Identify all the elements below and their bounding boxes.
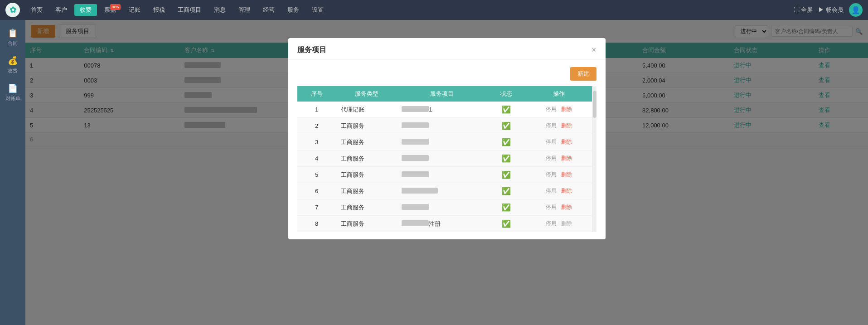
top-nav-right: ⛶ 全屏 ▶ 畅会员 👤 <box>794 3 863 17</box>
delete-button[interactable]: 删除 <box>561 204 572 210</box>
stop-button[interactable]: 停用 <box>546 188 557 194</box>
delete-button[interactable]: 删除 <box>561 139 572 145</box>
stop-button[interactable]: 停用 <box>546 171 557 178</box>
service-items-modal: 服务项目 × 新建 序号 服务类型 服务项目 <box>288 38 606 239</box>
main-layout: 📋 合同 💰 收费 📄 对账单 新增 服务项目 进行中 全部 已结束 <box>0 20 868 325</box>
main-content: 新增 服务项目 进行中 全部 已结束 🔍 序号 合同编码 <box>25 20 868 325</box>
modal-body: 新建 序号 服务类型 服务项目 状态 操作 <box>288 60 606 239</box>
member-icon[interactable]: ▶ 畅会员 <box>818 6 844 14</box>
modal-table-row: 1 代理记账 1 ✅ 停用 删除 <box>297 102 592 118</box>
top-navigation: ✿ 首页 客户 收费 票据 new 记账 报税 工商项目 消息 管理 经营 服务… <box>0 0 868 20</box>
stop-button[interactable]: 停用 <box>546 155 557 161</box>
scrollbar[interactable] <box>592 86 596 232</box>
fee-icon: 💰 <box>8 56 18 66</box>
nav-operation[interactable]: 经营 <box>257 4 280 16</box>
modal-table-row: 2 工商服务 ✅ 停用 删除 <box>297 118 592 134</box>
modal-col-seq: 序号 <box>297 86 336 102</box>
modal-header: 服务项目 × <box>288 38 606 60</box>
fullscreen-icon[interactable]: ⛶ 全屏 <box>794 6 813 14</box>
stop-button[interactable]: 停用 <box>546 106 557 112</box>
sidebar: 📋 合同 💰 收费 📄 对账单 <box>0 20 25 325</box>
modal-col-type: 服务类型 <box>336 86 398 102</box>
nav-business[interactable]: 工商项目 <box>172 4 207 16</box>
modal-cell-type: 代理记账 <box>336 102 398 118</box>
app-logo: ✿ <box>5 3 20 17</box>
nav-message[interactable]: 消息 <box>209 4 231 16</box>
modal-cell-item: 1 <box>397 102 487 118</box>
nav-client[interactable]: 客户 <box>50 4 73 16</box>
sidebar-label-fee: 收费 <box>8 68 18 74</box>
delete-button[interactable]: 删除 <box>561 220 572 227</box>
modal-title: 服务项目 <box>297 45 326 55</box>
new-badge: new <box>110 4 121 10</box>
statement-icon: 📄 <box>8 83 18 93</box>
nav-bookkeeping[interactable]: 记账 <box>123 4 146 16</box>
modal-col-item: 服务项目 <box>397 86 487 102</box>
delete-button[interactable]: 删除 <box>561 122 572 129</box>
sidebar-item-contract[interactable]: 📋 合同 <box>0 24 25 50</box>
contract-icon: 📋 <box>8 28 18 38</box>
modal-col-status: 状态 <box>487 86 526 102</box>
nav-home[interactable]: 首页 <box>25 4 48 16</box>
modal-cell-status: ✅ <box>487 102 526 118</box>
stop-button[interactable]: 停用 <box>546 122 557 129</box>
modal-new-button[interactable]: 新建 <box>570 67 596 81</box>
delete-button[interactable]: 删除 <box>561 188 572 194</box>
modal-cell-seq: 1 <box>297 102 336 118</box>
delete-button[interactable]: 删除 <box>561 155 572 161</box>
modal-cell-action: 停用 删除 <box>526 102 592 118</box>
modal-col-action: 操作 <box>526 86 592 102</box>
modal-table-row: 3 工商服务 ✅ 停用 删除 <box>297 134 592 150</box>
modal-table-row: 6 工商服务 ✅ 停用 删除 <box>297 183 592 199</box>
modal-overlay: 服务项目 × 新建 序号 服务类型 服务项目 <box>25 20 868 325</box>
modal-table-row: 7 工商服务 ✅ 停用 删除 <box>297 199 592 216</box>
nav-settings[interactable]: 设置 <box>306 4 329 16</box>
delete-button[interactable]: 删除 <box>561 171 572 178</box>
nav-tax[interactable]: 报税 <box>148 4 170 16</box>
sidebar-label-contract: 合同 <box>8 40 18 47</box>
nav-manage[interactable]: 管理 <box>233 4 256 16</box>
stop-button[interactable]: 停用 <box>546 139 557 145</box>
modal-table: 序号 服务类型 服务项目 状态 操作 1 代理记账 <box>297 86 592 232</box>
avatar[interactable]: 👤 <box>849 3 863 17</box>
nav-fee[interactable]: 收费 <box>74 4 97 16</box>
stop-button[interactable]: 停用 <box>546 220 557 227</box>
modal-toolbar: 新建 <box>297 67 596 81</box>
nav-service[interactable]: 服务 <box>282 4 305 16</box>
sidebar-label-statement: 对账单 <box>5 95 20 102</box>
modal-table-row: 4 工商服务 ✅ 停用 删除 <box>297 150 592 167</box>
sidebar-item-fee[interactable]: 💰 收费 <box>0 52 25 78</box>
modal-close-button[interactable]: × <box>592 45 596 55</box>
nav-invoice[interactable]: 票据 new <box>99 4 121 16</box>
sidebar-item-statement[interactable]: 📄 对账单 <box>0 80 25 106</box>
modal-table-row: 5 工商服务 ✅ 停用 删除 <box>297 167 592 183</box>
modal-table-row: 8 工商服务 注册 ✅ 停用 删除 <box>297 216 592 232</box>
stop-button[interactable]: 停用 <box>546 204 557 210</box>
delete-button[interactable]: 删除 <box>561 106 572 112</box>
